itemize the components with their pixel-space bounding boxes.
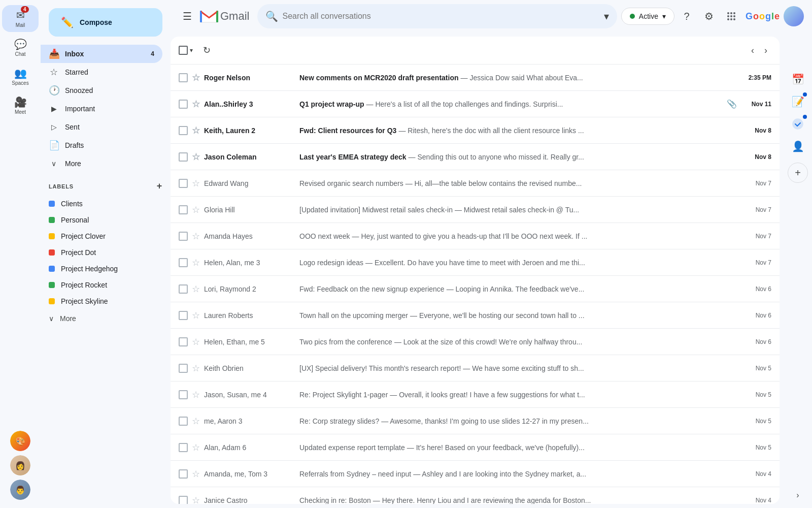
label-item-project-hedgehog[interactable]: Project Hedgehog [41,261,162,277]
avatar-user3[interactable]: 👨 [10,480,30,500]
star-icon[interactable]: ☆ [192,495,200,504]
search-bar[interactable]: 🔍 ▾ [257,4,617,28]
email-row[interactable]: ☆ Jason Coleman Last year's EMEA strateg… [171,144,780,170]
email-row[interactable]: ☆ Gloria Hill [Updated invitation] Midwe… [171,197,780,223]
labels-more-item[interactable]: ∨ More [41,309,171,328]
star-icon[interactable]: ☆ [192,99,200,110]
avatar-user1[interactable]: 🎨 [10,431,30,451]
search-input[interactable] [282,12,599,21]
email-checkbox[interactable] [179,364,188,373]
notes-panel-icon[interactable]: 📝 [788,91,808,112]
sidebar-item-spaces[interactable]: 👥 Spaces [2,63,39,90]
label-item-project-dot[interactable]: Project Dot [41,244,162,261]
compose-button[interactable]: ✏️ Compose [49,8,162,37]
label-item-personal[interactable]: Personal [41,212,162,228]
email-row[interactable]: ☆ Amanda Hayes OOO next week — Hey, just… [171,223,780,249]
panel-expand-icon[interactable]: › [796,491,799,500]
sidebar-item-chat[interactable]: 💬 Chat [2,34,39,61]
email-row[interactable]: ☆ Edward Wang Revised organic search num… [171,170,780,197]
email-row[interactable]: ☆ Helen, Ethan, me 5 Two pics from the c… [171,329,780,355]
email-subject: [Updated invitation] Midwest retail sale… [299,206,453,214]
label-item-project-rocket[interactable]: Project Rocket [41,277,162,293]
calendar-panel-icon[interactable]: 📅 [788,69,808,89]
star-icon[interactable]: ☆ [192,283,200,295]
email-checkbox[interactable] [179,73,188,82]
nav-item-sent[interactable]: ▷ Sent [41,118,162,136]
star-icon[interactable]: ☆ [192,468,200,480]
email-checkbox[interactable] [179,152,188,162]
select-all-checkbox[interactable] [179,46,188,55]
email-checkbox[interactable] [179,417,188,426]
email-checkbox[interactable] [179,258,188,267]
star-icon[interactable]: ☆ [192,151,200,163]
email-checkbox[interactable] [179,205,188,214]
email-row[interactable]: ☆ Roger Nelson New comments on MCR2020 d… [171,65,780,91]
star-icon[interactable]: ☆ [192,204,200,215]
email-row[interactable]: ☆ me, Aaron 3 Re: Corp strategy slides? … [171,408,780,434]
star-icon[interactable]: ☆ [192,442,200,453]
prev-page-button[interactable]: ‹ [747,41,758,60]
nav-item-starred[interactable]: ☆ Starred [41,63,162,81]
email-checkbox[interactable] [179,126,188,135]
settings-button[interactable]: ⚙ [699,6,719,26]
email-row[interactable]: ☆ Lauren Roberts Town hall on the upcomi… [171,302,780,329]
nav-item-important[interactable]: ▶ Important [41,100,162,118]
email-row[interactable]: ☆ Amanda, me, Tom 3 Referrals from Sydne… [171,461,780,487]
email-checkbox[interactable] [179,469,188,479]
email-checkbox[interactable] [179,337,188,346]
nav-item-more[interactable]: ∨ More [41,154,162,173]
hamburger-button[interactable]: ☰ [179,6,196,26]
email-checkbox[interactable] [179,390,188,399]
email-row[interactable]: ☆ Lori, Raymond 2 Fwd: Feedback on the n… [171,276,780,302]
nav-item-snoozed[interactable]: 🕐 Snoozed [41,81,162,100]
tasks-panel-icon[interactable] [788,114,808,134]
email-content: Logo redesign ideas — Excellent. Do have… [299,259,737,267]
avatar-user2[interactable]: 👩 [10,455,30,475]
email-row[interactable]: ☆ Alan, Adam 6 Updated expense report te… [171,434,780,461]
label-item-project-skyline[interactable]: Project Skyline [41,293,162,309]
next-page-button[interactable]: › [760,41,771,60]
sidebar-item-meet[interactable]: 🎥 Meet [2,92,39,119]
nav-item-inbox[interactable]: 📥 Inbox 4 [41,45,162,63]
active-status-button[interactable]: Active ▾ [621,8,674,25]
star-icon[interactable]: ☆ [192,178,200,189]
star-icon[interactable]: ☆ [192,231,200,242]
nav-item-drafts[interactable]: 📄 Drafts [41,136,162,154]
star-icon[interactable]: ☆ [192,389,200,400]
email-checkbox[interactable] [179,179,188,188]
meet-icon: 🎥 [14,96,27,108]
email-row[interactable]: ☆ Keith Obrien [UX] Special delivery! Th… [171,355,780,382]
label-item-clients[interactable]: Clients [41,196,162,212]
profile-avatar[interactable] [784,6,804,26]
star-icon[interactable]: ☆ [192,257,200,268]
add-panel-button[interactable]: + [788,163,808,183]
sidebar-item-mail[interactable]: ✉ 4 Mail [2,5,39,32]
star-icon[interactable]: ☆ [192,336,200,347]
star-icon[interactable]: ☆ [192,310,200,321]
star-icon[interactable]: ☆ [192,72,200,83]
star-icon[interactable]: ☆ [192,416,200,427]
email-checkbox[interactable] [179,100,188,109]
email-checkbox[interactable] [179,311,188,320]
select-dropdown-icon[interactable]: ▾ [190,47,193,54]
email-snippet: — Overall, it looks great! I have a few … [390,391,585,399]
email-checkbox[interactable] [179,232,188,241]
mail-label: Mail [16,22,25,28]
star-icon[interactable]: ☆ [192,125,200,136]
email-row[interactable]: ☆ Alan..Shirley 3 Q1 project wrap-up — H… [171,91,780,117]
apps-button[interactable] [721,6,741,26]
star-icon[interactable]: ☆ [192,363,200,374]
email-checkbox[interactable] [179,496,188,504]
email-row[interactable]: ☆ Keith, Lauren 2 Fwd: Client resources … [171,117,780,144]
refresh-button[interactable]: ↻ [199,41,215,60]
add-label-button[interactable]: + [157,181,162,192]
email-row[interactable]: ☆ Janice Castro Checking in re: Boston —… [171,487,780,504]
contacts-panel-icon[interactable]: 👤 [788,136,808,156]
label-item-project-clover[interactable]: Project Clover [41,228,162,244]
email-row[interactable]: ☆ Jason, Susan, me 4 Re: Project Skyligh… [171,382,780,408]
email-row[interactable]: ☆ Helen, Alan, me 3 Logo redesign ideas … [171,249,780,276]
email-checkbox[interactable] [179,443,188,452]
search-dropdown-icon[interactable]: ▾ [604,10,609,22]
help-button[interactable]: ? [676,6,697,26]
email-checkbox[interactable] [179,284,188,294]
